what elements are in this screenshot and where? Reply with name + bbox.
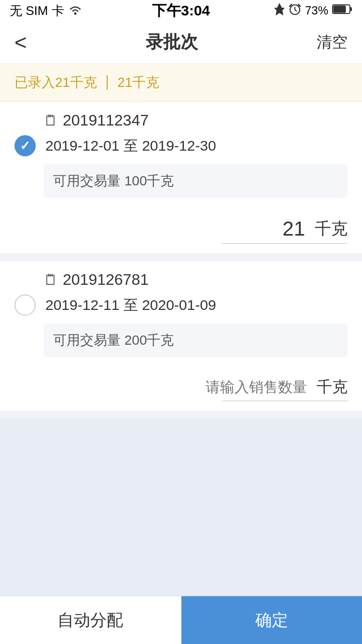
- svg-rect-4: [334, 6, 346, 13]
- batch-2-radio[interactable]: [14, 294, 36, 316]
- batch-2-underline-wrapper: [0, 398, 362, 411]
- batch-2-date-row: 2019-12-11 至 2020-01-09: [14, 294, 348, 316]
- location-icon: [274, 3, 285, 18]
- batch-2-date: 2019-12-11 至 2020-01-09: [45, 295, 216, 315]
- batch-2-qty-unit: 千克: [317, 377, 348, 398]
- batch-2-icon: 🗒: [43, 272, 58, 288]
- section-gap-2: [0, 411, 362, 419]
- status-time: 下午3:04: [152, 1, 210, 21]
- nav-bar: < 录批次 清空: [0, 21, 362, 64]
- batch-2-qty-input[interactable]: [143, 379, 307, 395]
- status-bar: 无 SIM 卡 下午3:04 73%: [0, 0, 362, 21]
- svg-rect-3: [350, 7, 352, 11]
- batch-1-underline: [222, 243, 348, 244]
- content-area: 已录入21千克 21千克 🗒 2019112347 2019-12-01 至 2…: [0, 64, 362, 638]
- back-button[interactable]: <: [14, 32, 27, 53]
- batch-2-qty-row: 千克: [0, 367, 362, 398]
- page-title: 录批次: [146, 30, 198, 54]
- batch-1-qty-value: 21: [282, 217, 305, 240]
- carrier-text: 无 SIM 卡: [10, 2, 64, 19]
- batch-1-date-row: 2019-12-01 至 2019-12-30: [14, 135, 348, 156]
- batch-1-icon: 🗒: [43, 112, 58, 129]
- batch-1-available: 可用交易量 100千克: [43, 164, 348, 198]
- battery-text: 73%: [305, 4, 328, 17]
- batch-1-section: 🗒 2019112347 2019-12-01 至 2019-12-30 可用交…: [0, 102, 362, 253]
- clear-button[interactable]: 清空: [317, 32, 348, 53]
- status-right: 73%: [274, 3, 352, 18]
- batch-2-section: 🗒 2019126781 2019-12-11 至 2020-01-09 可用交…: [0, 261, 362, 411]
- batch-1-qty-row: 21 千克: [0, 208, 362, 240]
- info-banner: 已录入21千克 21千克: [0, 64, 362, 102]
- batch-1-header: 🗒 2019112347: [14, 112, 348, 129]
- batch-2-underline: [222, 401, 348, 401]
- batch-1-id: 2019112347: [63, 112, 149, 129]
- auto-distribute-button[interactable]: 自动分配: [0, 596, 181, 644]
- wifi-icon: [68, 3, 83, 18]
- battery-icon: [332, 4, 352, 17]
- alarm-icon: [289, 3, 301, 18]
- batch-1-date: 2019-12-01 至 2019-12-30: [45, 136, 216, 156]
- confirm-button[interactable]: 确定: [181, 596, 362, 644]
- svg-point-0: [74, 12, 76, 14]
- footer: 自动分配 确定: [0, 596, 362, 644]
- batch-1-underline-wrapper: [0, 240, 362, 253]
- section-gap-1: [0, 253, 362, 261]
- batch-1-qty-unit: 千克: [315, 218, 348, 240]
- batch-1-item: 🗒 2019112347 2019-12-01 至 2019-12-30 可用交…: [0, 102, 362, 208]
- recorded-label: 已录入21千克: [14, 73, 97, 92]
- batch-1-radio[interactable]: [14, 135, 36, 156]
- batch-2-header: 🗒 2019126781: [14, 271, 348, 289]
- batch-2-item: 🗒 2019126781 2019-12-11 至 2020-01-09 可用交…: [0, 261, 362, 367]
- banner-divider: [107, 75, 108, 90]
- amount-label: 21千克: [117, 73, 159, 92]
- status-left: 无 SIM 卡: [10, 2, 83, 19]
- batch-2-available: 可用交易量 200千克: [43, 323, 348, 357]
- batch-2-id: 2019126781: [63, 271, 149, 289]
